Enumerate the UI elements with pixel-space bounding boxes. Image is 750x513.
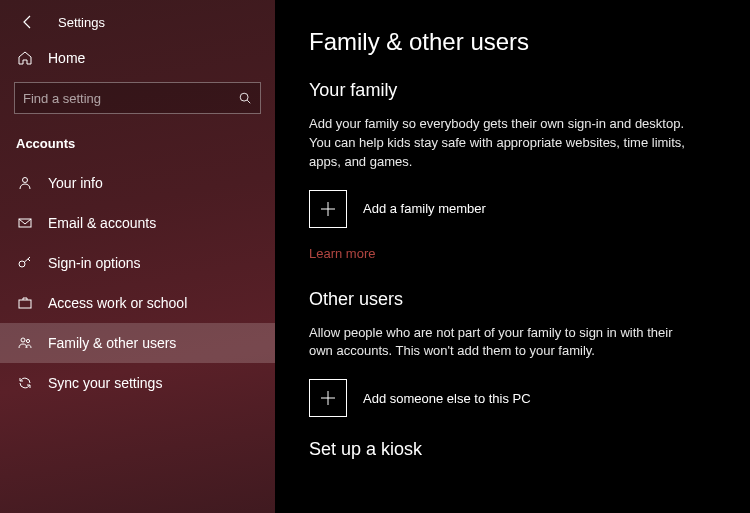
main-content: Family & other users Your family Add you… [275,0,750,513]
other-users-description: Allow people who are not part of your fa… [309,324,699,362]
plus-icon [309,379,347,417]
other-users-heading: Other users [309,289,716,310]
mail-icon [16,215,34,231]
page-title: Family & other users [309,28,716,56]
nav-item-label: Sign-in options [48,255,141,271]
family-heading: Your family [309,80,716,101]
sidebar-header: Settings [0,10,275,40]
nav-item-email[interactable]: Email & accounts [0,203,275,243]
nav-item-work[interactable]: Access work or school [0,283,275,323]
svg-point-6 [21,338,25,342]
family-description: Add your family so everybody gets their … [309,115,699,172]
svg-point-2 [23,178,28,183]
back-button[interactable] [20,14,36,30]
sync-icon [16,375,34,391]
svg-point-7 [26,339,29,342]
sidebar: Settings Home Accounts Your info [0,0,275,513]
kiosk-heading: Set up a kiosk [309,439,716,460]
svg-line-1 [247,100,250,103]
add-family-label: Add a family member [363,201,486,216]
nav-item-sync[interactable]: Sync your settings [0,363,275,403]
learn-more-link[interactable]: Learn more [309,246,375,261]
search-icon [238,91,252,105]
svg-rect-5 [19,300,31,308]
people-icon [16,335,34,351]
nav-item-family[interactable]: Family & other users [0,323,275,363]
nav-list: Your info Email & accounts Sign-in optio… [0,163,275,403]
add-family-member-button[interactable]: Add a family member [309,190,716,228]
plus-icon [309,190,347,228]
nav-item-your-info[interactable]: Your info [0,163,275,203]
svg-point-0 [240,93,248,101]
add-other-user-button[interactable]: Add someone else to this PC [309,379,716,417]
home-icon [16,50,34,66]
home-button[interactable]: Home [0,40,275,76]
nav-item-signin[interactable]: Sign-in options [0,243,275,283]
nav-item-label: Sync your settings [48,375,162,391]
add-other-label: Add someone else to this PC [363,391,531,406]
home-label: Home [48,50,85,66]
nav-item-label: Email & accounts [48,215,156,231]
nav-item-label: Family & other users [48,335,176,351]
key-icon [16,255,34,271]
settings-window: Settings Home Accounts Your info [0,0,750,513]
svg-point-4 [19,261,25,267]
search-input[interactable] [23,91,238,106]
nav-item-label: Your info [48,175,103,191]
nav-item-label: Access work or school [48,295,187,311]
person-icon [16,175,34,191]
section-heading: Accounts [0,132,275,163]
search-container [14,82,261,114]
search-box[interactable] [14,82,261,114]
briefcase-icon [16,295,34,311]
window-title: Settings [58,15,105,30]
